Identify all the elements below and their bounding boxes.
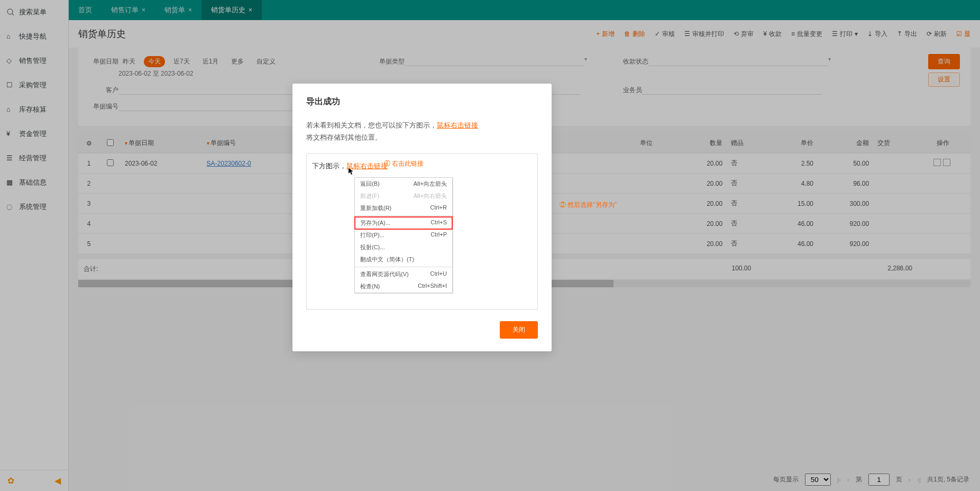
tip-1: ① 右击此链接	[384, 159, 424, 168]
modal-title: 导出成功	[306, 96, 538, 107]
ctx-menu-item: 返回(B)Alt+向左箭头	[355, 178, 452, 190]
modal-description: 若未看到相关文档，您也可以按下方图示，鼠标右击链接 将文档存储到其他位置。	[306, 119, 538, 144]
modal-demo-box: 下方图示，鼠标右击链接 ① 右击此链接 返回(B)Alt+向左箭头前进(F)Al…	[306, 153, 538, 310]
export-success-modal: 导出成功 若未看到相关文档，您也可以按下方图示，鼠标右击链接 将文档存储到其他位…	[292, 84, 552, 351]
modal-link[interactable]: 鼠标右击链接	[437, 121, 478, 129]
tip-2: ② 然后选择"另存为"	[560, 201, 617, 210]
context-menu-demo: 返回(B)Alt+向左箭头前进(F)Alt+向右箭头重新加载(R)Ctrl+R另…	[354, 177, 453, 293]
ctx-menu-item: 翻成中文（简体）(T)	[355, 253, 452, 266]
close-button[interactable]: 关闭	[500, 321, 538, 339]
ctx-menu-item: 投射(C)...	[355, 241, 452, 253]
ctx-menu-item: 重新加载(R)Ctrl+R	[355, 202, 452, 214]
demo-caption: 下方图示，鼠标右击链接 ① 右击此链接	[312, 161, 532, 171]
ctx-menu-item: 打印(P)...Ctrl+P	[355, 229, 452, 241]
ctx-menu-item: 另存为(A)...Ctrl+S	[355, 217, 452, 229]
cursor-icon	[348, 168, 354, 175]
ctx-menu-item: 检查(N)Ctrl+Shift+I	[355, 280, 452, 293]
ctx-menu-item: 前进(F)Alt+向右箭头	[355, 190, 452, 202]
modal-actions: 关闭	[306, 321, 538, 339]
ctx-menu-item: 查看网页源代码(V)Ctrl+U	[355, 268, 452, 280]
